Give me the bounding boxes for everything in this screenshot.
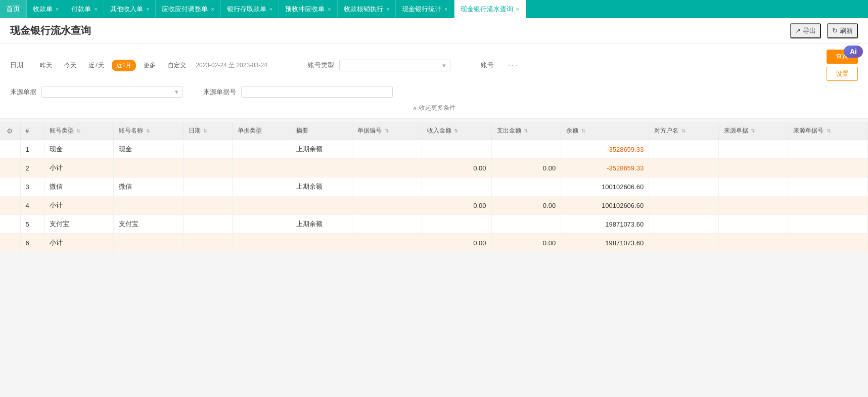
table-row: 5 支付宝 支付宝 上期余额 19871073.60 [0,215,868,234]
cell-doc-no-4 [352,215,422,234]
cell-account-name-1 [114,159,184,178]
refresh-icon: ↻ [832,27,838,34]
cell-source-doc-4 [718,215,788,234]
nav-other-income-label: 其他收入单 [110,5,143,14]
cell-counterpart-2 [649,178,719,196]
cell-doc-type-1 [233,159,291,178]
nav-bank-deposit-close[interactable]: × [269,6,272,12]
nav-receipt-exec[interactable]: 收款核销执行 × [338,0,396,18]
main-table: ⚙ # 账号类型 ⇅ 账号名称 ⇅ 日期 ⇅ 单据类型 摘要 单据编号 ⇅ 收入… [0,122,868,252]
account-type-select[interactable]: ▾ [339,60,450,71]
date-btn-more[interactable]: 更多 [139,60,160,71]
date-btn-custom[interactable]: 自定义 [163,60,191,71]
cell-date-1 [183,159,232,178]
nav-bank-flow-close[interactable]: × [516,6,519,12]
cell-doc-type-3 [233,196,291,215]
cell-income-0 [422,140,492,159]
nav-receipt-exec-close[interactable]: × [386,6,389,12]
nav-prepay-offset-close[interactable]: × [328,6,331,12]
cell-summary-2: 上期余额 [291,178,352,196]
nav-home-label: 首页 [6,5,20,14]
nav-bank-deposit[interactable]: 银行存取款单 × [221,0,279,18]
collapse-label: 收起更多条件 [419,104,455,112]
cell-date-4 [183,215,232,234]
cell-date-2 [183,178,232,196]
source-doc-no-label: 来源单据号 [203,87,236,97]
account-type-label: 账号类型 [308,61,334,70]
cell-doc-type-4 [233,215,291,234]
nav-receipt-close[interactable]: × [56,6,59,12]
cell-source-doc-no-2 [788,178,868,196]
header-actions: ↗ 导出 ↻ 刷新 [790,23,858,38]
cell-expense-4 [491,215,561,234]
nav-bank-stats-close[interactable]: × [444,6,447,12]
cell-summary-3 [291,196,352,215]
col-doc-no[interactable]: 单据编号 ⇅ [352,122,422,140]
date-btn-1month[interactable]: 近1月 [112,60,136,71]
nav-ar-adjust-close[interactable]: × [211,6,214,12]
cell-account-name-0: 现金 [114,140,184,159]
nav-other-income-close[interactable]: × [146,6,149,12]
date-btn-today[interactable]: 今天 [60,60,81,71]
cell-doc-no-2 [352,178,422,196]
col-income[interactable]: 收入金额 ⇅ [422,122,492,140]
col-expense[interactable]: 支出金额 ⇅ [491,122,561,140]
account-type-arrow-icon: ▾ [442,62,446,69]
source-doc-no-input[interactable] [241,86,393,98]
cell-account-type-0: 现金 [44,140,114,159]
date-btn-7days[interactable]: 近7天 [84,60,109,71]
collapse-bar[interactable]: ∧ 收起更多条件 [10,102,858,114]
page-title: 现金银行流水查询 [10,24,91,37]
ai-badge-label: Ai [850,48,857,56]
cell-account-name-4: 支付宝 [114,215,184,234]
sort-account-type-icon: ⇅ [76,128,80,134]
filter-area: 日期 昨天 今天 近7天 近1月 更多 自定义 2023-02-24 至 202… [0,43,868,119]
source-doc-select[interactable]: ▾ [41,86,183,98]
cell-doc-no-3 [352,196,422,215]
cell-settings-3 [0,196,20,215]
account-more-icon[interactable]: ··· [506,60,521,71]
nav-receipt[interactable]: 收款单 × [27,0,65,18]
cell-idx-0: 1 [20,140,44,159]
nav-other-income[interactable]: 其他收入单 × [104,0,156,18]
settings-gear-icon[interactable]: ⚙ [7,127,13,135]
cell-summary-4: 上期余额 [291,215,352,234]
nav-bank-flow[interactable]: 现金银行流水查询 × [454,0,526,18]
account-label: 账号 [481,61,501,70]
cell-balance-1: -3528659.33 [561,159,649,178]
refresh-button[interactable]: ↻ 刷新 [827,23,858,38]
col-source-doc[interactable]: 来源单据 ⇅ [718,122,788,140]
nav-payment-close[interactable]: × [94,6,97,12]
cell-doc-no-0 [352,140,422,159]
nav-bank-stats[interactable]: 现金银行统计 × [396,0,454,18]
cell-summary-1 [291,159,352,178]
col-counterpart[interactable]: 对方户名 ⇅ [649,122,719,140]
cell-counterpart-1 [649,159,719,178]
cell-counterpart-4 [649,215,719,234]
nav-prepay-offset[interactable]: 预收冲应收单 × [279,0,337,18]
ai-badge[interactable]: Ai [844,46,863,58]
settings-button[interactable]: 设置 [827,67,858,81]
date-filter-label: 日期 [10,61,30,70]
sort-source-doc-no-icon: ⇅ [827,128,831,134]
nav-home[interactable]: 首页 [0,0,27,18]
col-balance[interactable]: 余额 ⇅ [561,122,649,140]
export-button[interactable]: ↗ 导出 [790,23,821,38]
col-account-name[interactable]: 账号名称 ⇅ [114,122,184,140]
date-btn-yesterday[interactable]: 昨天 [35,60,57,71]
col-date[interactable]: 日期 ⇅ [183,122,232,140]
cell-doc-no-5 [352,234,422,252]
col-settings[interactable]: ⚙ [0,122,20,140]
cell-doc-type-5 [233,234,291,252]
col-account-type[interactable]: 账号类型 ⇅ [44,122,114,140]
col-summary: 摘要 [291,122,352,140]
sort-counterpart-icon: ⇅ [681,128,686,134]
nav-payment[interactable]: 付款单 × [65,0,104,18]
nav-ar-adjust[interactable]: 应收应付调整单 × [156,0,220,18]
col-source-doc-no[interactable]: 来源单据号 ⇅ [788,122,868,140]
cell-source-doc-5 [718,234,788,252]
nav-bank-flow-label: 现金银行流水查询 [461,5,513,14]
cell-doc-type-0 [233,140,291,159]
cell-account-name-2: 微信 [114,178,184,196]
sort-source-doc-icon: ⇅ [751,128,755,134]
